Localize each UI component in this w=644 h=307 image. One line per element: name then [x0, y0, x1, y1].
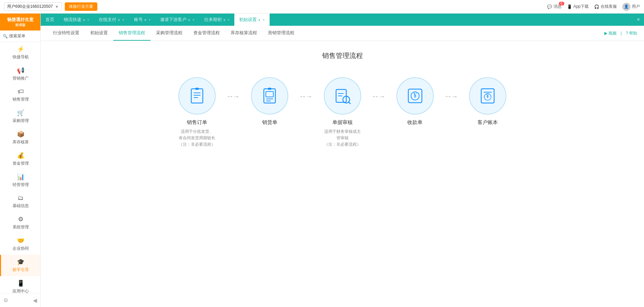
app-download-item[interactable]: 📱 App下载	[567, 4, 589, 9]
sub-tab-marketing-flow[interactable]: 营销管理流程	[262, 26, 300, 41]
sidebar-icon-basic-info: 🗂	[18, 195, 24, 202]
sub-tab-purchase-flow[interactable]: 采购管理流程	[151, 26, 188, 41]
profile-label: 用户	[632, 4, 640, 9]
nav-tab-label-invite-downstream: 邀请下游客户	[160, 17, 187, 23]
flow-arrow-4: - - →	[446, 93, 457, 100]
sidebar-icon-marketing-promo: 📢	[17, 67, 24, 74]
sidebar-item-sales-mgmt[interactable]: 🏷销售管理	[0, 85, 40, 106]
sidebar-label-finance-mgmt: 资金管理	[13, 161, 29, 166]
user-label: 用户690企业1660120507	[7, 4, 53, 9]
video-link[interactable]: ▶ 视频	[604, 30, 617, 36]
svg-rect-9	[268, 88, 271, 90]
sidebar-item-sys-mgmt[interactable]: ⚙系统管理	[0, 212, 40, 233]
sub-tab-initial-settings[interactable]: 初始设置	[85, 26, 113, 41]
flow-step-customer-ledger[interactable]: ¥ 客户账本	[457, 77, 518, 128]
nav-tab-label-period-begin: 往来期初	[204, 17, 222, 23]
message-icon: 💬	[547, 4, 552, 9]
sub-tab-label-purchase-flow: 采购管理流程	[156, 30, 182, 35]
nav-tab-home[interactable]: 首页	[41, 14, 59, 26]
collapse-icon[interactable]: ◀	[33, 297, 37, 304]
sidebar-item-quick-nav[interactable]: ⚡快捷导航	[0, 42, 40, 63]
sub-tab-industry-settings[interactable]: 行业特性设置	[47, 26, 85, 41]
nav-tab-close-period-begin[interactable]: ×	[228, 18, 230, 22]
sidebar-item-inventory[interactable]: 📦库存核算	[0, 127, 40, 148]
nav-tab-label-home: 首页	[45, 17, 54, 23]
nav-tab-arrow-init-settings: ∨	[258, 18, 260, 22]
sub-tab-finance-flow[interactable]: 资金管理流程	[188, 26, 225, 41]
sidebar-item-biz-mgmt[interactable]: 📊经营管理	[0, 170, 40, 191]
nav-tab-arrow-payment: ∨	[118, 18, 120, 22]
message-item[interactable]: 💬 消息 6	[547, 4, 562, 9]
nav-tab-close-payment[interactable]: ×	[122, 18, 124, 22]
logo: 畅捷通好生意 标准版	[0, 14, 40, 30]
sidebar-label-inventory: 库存核算	[13, 139, 29, 145]
sidebar-item-purchase-mgmt[interactable]: 🛒采购管理	[0, 106, 40, 127]
nav-tab-close-invite-downstream[interactable]: ×	[192, 18, 194, 22]
step-circle-sales-order	[178, 77, 216, 115]
step-name-doc-audit: 单据审核	[332, 119, 353, 126]
settings-icon[interactable]: ⚙	[3, 297, 8, 304]
flow-step-sales-order[interactable]: 销售订单 适用于分批发货、有合同发货周期较长（注：非必要流程）	[167, 77, 228, 148]
sub-tab-inventory-flow[interactable]: 库存核算流程	[225, 26, 262, 41]
nav-tab-period-begin[interactable]: 往来期初 ∨×	[199, 14, 234, 26]
sidebar-icon-sales-mgmt: 🏷	[18, 88, 24, 95]
step-circle-customer-ledger: ¥	[469, 77, 506, 115]
message-badge: 6	[559, 2, 564, 5]
flow-steps: 销售订单 适用于分批发货、有合同发货周期较长（注：非必要流程） - - → 销货…	[54, 77, 630, 148]
try-industry-button[interactable]: 体验行业方案	[65, 2, 97, 11]
nav-tabs: 首页物流快递 ∨×在线支付 ∨×账号 ∨×邀请下游客户 ∨×往来期初 ∨×初始设…	[41, 14, 644, 26]
flow-step-receipt[interactable]: ¥ 收款单	[385, 77, 446, 128]
nav-tab-label-init-settings: 初始设置	[239, 17, 257, 23]
step-circle-receipt: ¥	[396, 77, 434, 115]
sidebar-label-quick-nav: 快捷导航	[13, 54, 29, 60]
sub-tab-actions: ▶ 视频 | ? 帮助	[604, 30, 637, 36]
logo-main: 畅捷通好生意	[7, 17, 34, 23]
flow-arrow-1: - - →	[228, 93, 239, 100]
service-label: 在线客服	[601, 4, 617, 9]
step-name-sales-order: 销售订单	[187, 119, 207, 126]
flow-title: 销售管理流程	[54, 51, 630, 60]
nav-tab-init-settings[interactable]: 初始设置 ∨×	[234, 14, 269, 26]
close-all-tabs[interactable]: ×	[633, 17, 644, 23]
sidebar-item-marketing-promo[interactable]: 📢营销推广	[0, 63, 40, 85]
sidebar-item-finance-mgmt[interactable]: 💰资金管理	[0, 148, 40, 170]
sub-tab-label-industry-settings: 行业特性设置	[53, 30, 79, 35]
flow-container: 销售管理流程 销售订单 适用于分批发货、有合同发货周期较长（注：非必要流程） -…	[41, 41, 644, 177]
user-profile-item[interactable]: 👤 用户	[622, 3, 640, 11]
nav-tab-logistics[interactable]: 物流快递 ∨×	[59, 14, 94, 26]
sidebar-icon-inventory: 📦	[17, 130, 24, 138]
flow-step-sales-invoice[interactable]: 销货单	[239, 77, 300, 128]
sidebar-label-marketing-promo: 营销推广	[13, 76, 29, 81]
help-link[interactable]: ? 帮助	[626, 30, 637, 36]
user-select[interactable]: 用户690企业1660120507 ▼	[4, 2, 62, 11]
step-name-customer-ledger: 客户账本	[477, 119, 498, 126]
search-menu[interactable]: 🔍 搜索菜单	[0, 30, 40, 42]
sub-tab-sales-flow[interactable]: 销售管理流程	[113, 26, 151, 41]
top-bar-right: 💬 消息 6 📱 App下载 🎧 在线客服 👤 用户	[547, 3, 640, 11]
nav-tab-close-init-settings[interactable]: ×	[262, 18, 265, 22]
sidebar-item-app-center[interactable]: 📱应用中心	[0, 276, 40, 293]
step-circle-sales-invoice	[251, 77, 288, 115]
online-service-item[interactable]: 🎧 在线客服	[594, 4, 617, 9]
nav-tab-account[interactable]: 账号 ∨×	[129, 14, 155, 26]
step-desc-doc-audit: 适用于财务审核或主管审核（注：非必要流程）	[324, 128, 361, 148]
sidebar-item-basic-info[interactable]: 🗂基础信息	[0, 191, 40, 212]
video-label: 视频	[608, 30, 617, 36]
nav-tab-arrow-invite-downstream: ∨	[188, 18, 190, 22]
flow-step-doc-audit[interactable]: 单据审核 适用于财务审核或主管审核（注：非必要流程）	[312, 77, 373, 148]
sidebar-item-new-guide[interactable]: 🎓新手引导	[0, 255, 40, 276]
nav-tab-payment[interactable]: 在线支付 ∨×	[94, 14, 129, 26]
svg-rect-0	[191, 89, 203, 103]
nav-tab-close-logistics[interactable]: ×	[87, 18, 89, 22]
sub-tab-label-marketing-flow: 营销管理流程	[268, 30, 294, 35]
page-content: 行业特性设置初始设置销售管理流程采购管理流程资金管理流程库存核算流程营销管理流程…	[41, 26, 644, 307]
sidebar-item-corp-collab[interactable]: 🤝企业协同	[0, 233, 40, 255]
nav-tab-label-payment: 在线支付	[99, 17, 116, 23]
sidebar-label-basic-info: 基础信息	[13, 203, 29, 209]
help-icon: ?	[626, 31, 628, 36]
nav-tab-label-logistics: 物流快递	[64, 17, 81, 23]
sidebar-icon-new-guide: 🎓	[17, 258, 24, 266]
nav-tab-invite-downstream[interactable]: 邀请下游客户 ∨×	[155, 14, 199, 26]
nav-tab-close-account[interactable]: ×	[149, 18, 151, 22]
sidebar-label-sales-mgmt: 销售管理	[13, 97, 29, 102]
